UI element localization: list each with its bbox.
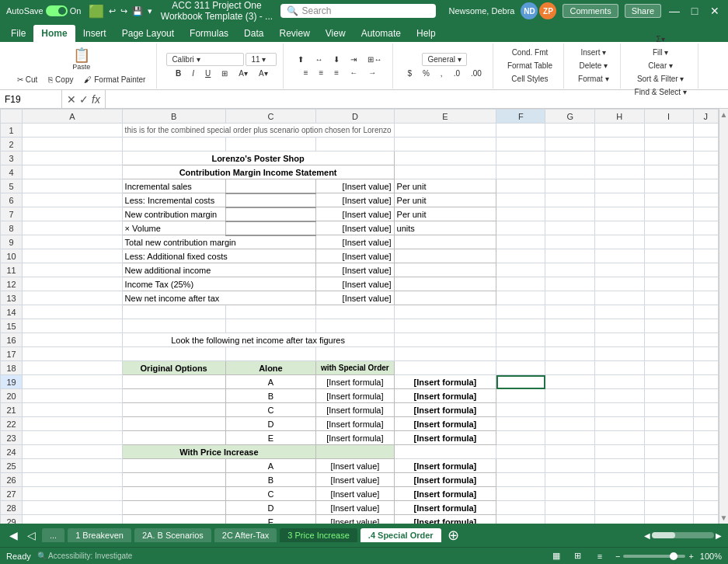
cell-g8[interactable] (545, 221, 595, 235)
minimize-button[interactable]: — (667, 4, 681, 18)
col-header-e[interactable]: E (394, 110, 496, 124)
confirm-formula-icon[interactable]: ✓ (79, 93, 89, 106)
cell-a3[interactable] (23, 151, 123, 165)
decimal-increase-button[interactable]: .0 (449, 68, 465, 79)
cell-g10[interactable] (545, 249, 595, 263)
cell-d9[interactable]: [Insert value] (316, 235, 394, 249)
cell-j8[interactable] (693, 221, 718, 235)
cell-e5[interactable]: Per unit (394, 179, 496, 193)
cell-h20[interactable] (595, 389, 644, 403)
save-icon[interactable]: 💾 (132, 6, 143, 16)
cell-styles-button[interactable]: Cell Styles (507, 73, 552, 85)
merge-center-button[interactable]: ⊞↔ (363, 54, 386, 65)
cell-f19[interactable] (496, 375, 545, 389)
cell-e23[interactable]: [Insert formula] (394, 431, 496, 445)
cell-f6[interactable] (496, 193, 545, 207)
cell-c23[interactable]: E (225, 431, 316, 445)
cell-f14[interactable] (496, 305, 545, 319)
cell-f10[interactable] (496, 249, 545, 263)
cell-h19[interactable] (595, 375, 644, 389)
wrap-text-button[interactable]: ⇥ (346, 54, 361, 65)
cell-g28[interactable] (545, 501, 595, 515)
cell-i10[interactable] (644, 249, 693, 263)
cell-b12[interactable]: Income Tax (25%) (122, 277, 316, 291)
cell-c26[interactable]: B (225, 473, 316, 487)
cell-a23[interactable] (23, 431, 123, 445)
cell-e15[interactable] (394, 319, 496, 333)
cell-a7[interactable] (23, 207, 123, 221)
underline-button[interactable]: U (200, 68, 215, 79)
cell-d6[interactable]: [Insert value] (316, 193, 394, 207)
cell-e14[interactable] (394, 305, 496, 319)
format-cells-button[interactable]: Format ▾ (573, 73, 613, 85)
cell-j4[interactable] (693, 165, 718, 179)
cell-f8[interactable] (496, 221, 545, 235)
cell-g20[interactable] (545, 389, 595, 403)
cell-f15[interactable] (496, 319, 545, 333)
cell-f17[interactable] (496, 347, 545, 361)
cell-a15[interactable] (23, 319, 123, 333)
cell-i27[interactable] (644, 487, 693, 501)
cell-i28[interactable] (644, 501, 693, 515)
cell-f12[interactable] (496, 277, 545, 291)
zoom-in-button[interactable]: + (688, 552, 693, 561)
cell-a21[interactable] (23, 403, 123, 417)
cell-h29[interactable] (595, 515, 644, 524)
cell-h11[interactable] (595, 263, 644, 277)
cell-f23[interactable] (496, 431, 545, 445)
tab-formulas[interactable]: Formulas (182, 25, 236, 42)
cell-c7[interactable] (225, 207, 316, 221)
cell-f28[interactable] (496, 501, 545, 515)
cell-j23[interactable] (693, 431, 718, 445)
cell-d19[interactable]: [Insert formula] (316, 375, 394, 389)
cell-f4[interactable] (496, 165, 545, 179)
cell-h17[interactable] (595, 347, 644, 361)
cell-g29[interactable] (545, 515, 595, 524)
cell-g7[interactable] (545, 207, 595, 221)
cell-c14[interactable] (225, 305, 316, 319)
cell-b18[interactable]: Original Options (122, 361, 225, 375)
cell-b6[interactable]: Less: Incremental costs (122, 193, 225, 207)
tab-page-layout[interactable]: Page Layout (114, 25, 182, 42)
cell-j13[interactable] (693, 291, 718, 305)
italic-button[interactable]: I (187, 68, 199, 79)
tab-insert[interactable]: Insert (75, 25, 114, 42)
cell-j25[interactable] (693, 459, 718, 473)
cell-h3[interactable] (595, 151, 644, 165)
cell-a24[interactable] (23, 445, 123, 459)
cell-i22[interactable] (644, 417, 693, 431)
cell-j9[interactable] (693, 235, 718, 249)
cell-i24[interactable] (644, 445, 693, 459)
formula-input[interactable] (106, 90, 728, 108)
cell-e17[interactable] (394, 347, 496, 361)
cell-j3[interactable] (693, 151, 718, 165)
cell-j10[interactable] (693, 249, 718, 263)
cell-a26[interactable] (23, 473, 123, 487)
cell-c18[interactable]: Alone (225, 361, 316, 375)
cell-i17[interactable] (644, 347, 693, 361)
cell-h8[interactable] (595, 221, 644, 235)
align-left-button[interactable]: ≡ (299, 67, 313, 78)
share-button[interactable]: Share (625, 4, 661, 18)
close-button[interactable]: ✕ (708, 4, 722, 18)
h-scrollbar-track[interactable] (652, 532, 714, 538)
cell-h13[interactable] (595, 291, 644, 305)
cell-j18[interactable] (693, 361, 718, 375)
cell-i21[interactable] (644, 403, 693, 417)
cell-f2[interactable] (496, 138, 545, 151)
cell-i8[interactable] (644, 221, 693, 235)
cell-e10[interactable] (394, 249, 496, 263)
cell-e3[interactable] (394, 151, 496, 165)
currency-button[interactable]: $ (402, 68, 416, 79)
cell-e19[interactable]: [Insert formula] (394, 375, 496, 389)
cell-b27[interactable] (122, 487, 225, 501)
col-header-b[interactable]: B (122, 110, 225, 124)
format-as-table-button[interactable]: Format Table (503, 60, 557, 71)
fill-color-button[interactable]: A▾ (234, 68, 253, 79)
comments-button[interactable]: Comments (563, 4, 618, 18)
cell-d8[interactable]: [Insert value] (316, 221, 394, 235)
cell-d12[interactable]: [Insert value] (316, 277, 394, 291)
cell-j21[interactable] (693, 403, 718, 417)
cell-f3[interactable] (496, 151, 545, 165)
add-sheet-button[interactable]: ⊕ (444, 528, 462, 542)
